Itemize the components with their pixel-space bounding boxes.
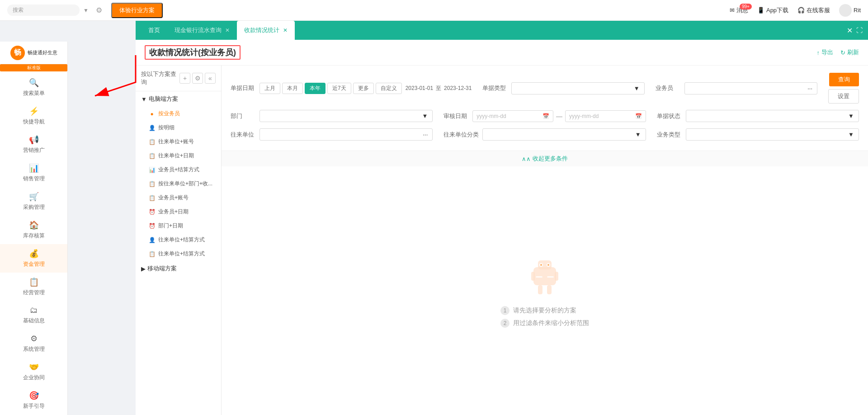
partner-type-select[interactable]: ▼ [482,128,646,141]
scheme-collapse-btn[interactable]: « [205,73,216,84]
salesman-select[interactable]: ··· [684,82,817,94]
scheme-item-by-salesman-date[interactable]: ⏰ 业务员+日期 [136,205,221,219]
sidebar-item-inventory[interactable]: 🏠 库存核算 [0,216,67,244]
inventory-icon: 🏠 [29,220,39,230]
logo-text: 畅捷通好生意 [28,50,57,56]
empty-steps: 1 请先选择要分析的方案 2 用过滤条件来缩小分析范围 [500,306,589,328]
app-download-btn[interactable]: 📱 App下载 [757,6,788,14]
audit-date-from-value: yyyy-mm-dd [476,113,506,119]
date-btn-custom[interactable]: 自定义 [376,83,402,94]
tab-receipt-stats[interactable]: 收款情况统计 ✕ [237,21,295,40]
tab-bar-close-icon[interactable]: ✕ [847,26,853,35]
tab-bar-expand-icon[interactable]: ⛶ [856,27,863,34]
query-btn[interactable]: 查询 [829,73,859,86]
salesman-label: 业务员 [656,84,681,92]
scheme-item-by-detail[interactable]: 👤 按明细 [136,121,221,135]
setting-btn[interactable]: 设置 [828,89,859,104]
collapse-chevron-icon: ∧∧ [522,156,531,162]
scheme-add-btn[interactable]: + [179,73,190,84]
export-btn[interactable]: ↑ 导出 [817,48,834,57]
scheme-item-by-unit-settle1[interactable]: 👤 往来单位+结算方式 [136,233,221,247]
dept-select[interactable]: ▼ [259,110,433,122]
sidebar-item-sales[interactable]: 📊 销售管理 [0,159,67,187]
scheme-item-by-unit-date[interactable]: 📋 往来单位+日期 [136,149,221,163]
partner-select[interactable]: ··· [259,128,433,141]
top-bar-left: 搜索 ▼ ⚙ 体验行业方案 [7,3,730,18]
scheme-item-by-salesman-settle[interactable]: 📊 业务员+结算方式 [136,163,221,177]
date-range-separator: 至 [436,85,441,92]
sidebar-item-quick-nav[interactable]: ⚡ 快捷导航 [0,102,67,130]
doc-type-select[interactable]: ▼ [511,82,644,94]
scheme-group-mobile[interactable]: ▶ 移动端方案 [136,261,221,276]
svg-point-5 [547,264,549,266]
date-btn-7days[interactable]: 近7天 [327,83,351,94]
audit-date-from-input[interactable]: yyyy-mm-dd 📅 [472,110,553,122]
tab-home-label: 首页 [148,26,160,34]
scheme-by-salesman-date-label: 业务员+日期 [158,208,189,216]
doc-type-chevron: ▼ [634,85,640,92]
tab-bank-flow-close[interactable]: ✕ [225,27,230,33]
avatar-image [839,4,852,17]
svg-rect-8 [531,272,535,281]
top-bar-gear-icon[interactable]: ⚙ [96,6,102,14]
guide-icon: 🎯 [29,391,39,401]
biz-type-field: 业务类型 ▼ [657,128,859,141]
sidebar-item-business[interactable]: 📋 经营管理 [0,273,67,301]
collapse-more-btn[interactable]: ∧∧ 收起更多条件 [222,151,868,166]
messages-btn[interactable]: ✉ 消息 99+ [730,6,748,14]
tab-bank-flow[interactable]: 现金银行流水查询 ✕ [167,21,237,40]
collapse-icon: « [208,75,212,82]
date-btn-this-month[interactable]: 本月 [282,83,303,94]
message-badge: 99+ [740,4,752,9]
sidebar-item-search[interactable]: 🔍 搜索菜单 [0,73,67,102]
sidebar-marketing-label: 营销推广 [23,146,45,154]
tab-home[interactable]: 首页 [141,21,167,40]
page-header: 收款情况统计(按业务员) ↑ 导出 ↻ 刷新 [136,40,868,66]
scheme-item-by-unit-account[interactable]: 📋 往来单位+账号 [136,135,221,149]
sidebar-item-system[interactable]: ⚙ 系统管理 [0,329,67,358]
app-download-label: App下载 [766,6,788,14]
scheme-unit-date-icon: 📋 [148,152,156,160]
sidebar-item-basic[interactable]: 🗂 基础信息 [0,301,67,329]
scheme-item-by-salesman[interactable]: ● 按业务员 [136,107,221,121]
refresh-icon: ↻ [840,49,845,56]
sidebar-item-guide[interactable]: 🎯 新手引导 [0,386,67,415]
audit-date-label: 审核日期 [443,112,469,120]
scheme-item-by-unit-settle2[interactable]: 📋 往来单位+结算方式 [136,247,221,261]
audit-date-field: 审核日期 yyyy-mm-dd 📅 — yyyy-mm-dd [443,110,646,122]
scheme-by-salesman-label: 按业务员 [158,110,180,118]
refresh-btn[interactable]: ↻ 刷新 [840,48,859,57]
logo-icon: 畅 [10,46,25,60]
tab-bar-right: ✕ ⛶ [847,26,863,35]
scheme-item-by-dept-date[interactable]: ⏰ 部门+日期 [136,219,221,233]
scheme-group-mobile-label: 移动端方案 [147,264,177,273]
top-bar-dropdown-icon[interactable]: ▼ [83,7,89,14]
scheme-by-salesman-settle-label: 业务员+结算方式 [158,166,199,174]
sidebar-enterprise-label: 企业协同 [23,374,45,382]
sidebar-item-marketing[interactable]: 📢 营销推广 [0,130,67,159]
sidebar-item-enterprise[interactable]: 🤝 企业协同 [0,358,67,386]
top-search-box[interactable]: 搜索 [7,5,80,16]
scheme-by-unit-dept-label: 按往来单位+部门+收... [158,180,212,188]
scheme-unit-dept-icon: 📋 [148,180,156,188]
trial-btn[interactable]: 体验行业方案 [111,3,163,18]
online-service-btn[interactable]: 🎧 在线客服 [797,6,830,14]
scheme-setting-btn[interactable]: ⚙ [192,73,203,84]
sidebar-item-purchase[interactable]: 🛒 采购管理 [0,187,67,216]
date-btn-this-year[interactable]: 本年 [305,83,326,94]
user-avatar[interactable]: Rit [839,4,861,17]
doc-status-select[interactable]: ▼ [686,110,859,122]
biz-type-select[interactable]: ▼ [686,128,859,141]
form-row-1: 单据日期 上月 本月 本年 近7天 更多 自定义 [231,73,859,104]
scheme-item-by-salesman-account[interactable]: 📋 业务员+账号 [136,191,221,205]
tab-receipt-stats-close[interactable]: ✕ [283,27,288,33]
date-btn-more[interactable]: 更多 [353,83,374,94]
scheme-group-pc[interactable]: ▼ 电脑端方案 [136,91,221,107]
scheme-by-dept-date-label: 部门+日期 [158,222,183,230]
audit-date-to-input[interactable]: yyyy-mm-dd 📅 [565,110,646,122]
scheme-detail-icon: 👤 [148,124,156,132]
scheme-item-by-unit-dept[interactable]: 📋 按往来单位+部门+收... [136,177,221,191]
date-btn-last-month[interactable]: 上月 [259,83,280,94]
sidebar-item-finance[interactable]: 💰 资金管理 [0,244,67,273]
empty-step-1: 1 请先选择要分析的方案 [500,306,589,315]
